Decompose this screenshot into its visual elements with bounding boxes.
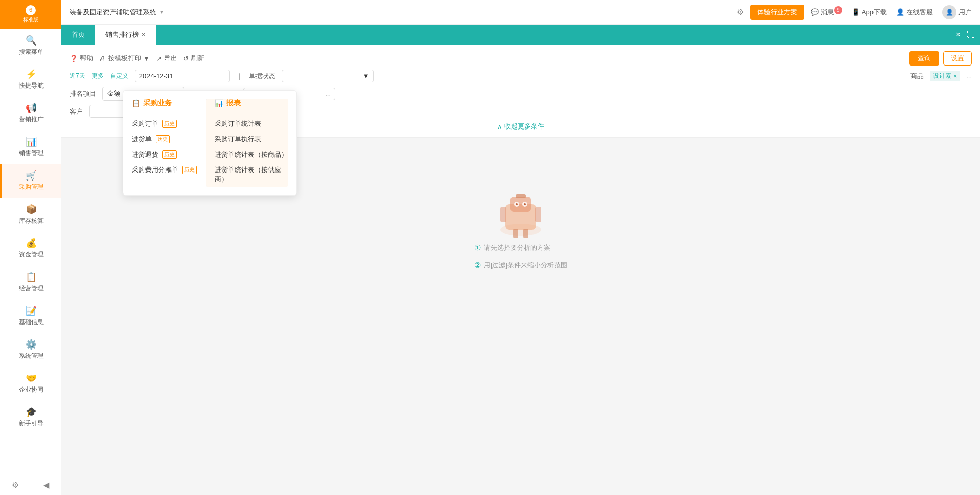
- sidebar-item-guide[interactable]: 🎓 新手引导: [0, 400, 61, 434]
- phone-icon: 📱: [851, 8, 860, 16]
- sidebar-item-sales[interactable]: 📊 销售管理: [0, 130, 61, 164]
- svg-rect-13: [523, 229, 528, 238]
- dropdown-item-expense[interactable]: 采购费用分摊单 历史: [132, 162, 206, 178]
- sidebar-item-quick-nav[interactable]: ⚡ 快捷导航: [0, 62, 61, 96]
- sidebar-item-label-operation: 经营管理: [19, 284, 44, 293]
- system-title: 装备及固定资产辅助管理系统 ▼: [70, 8, 731, 17]
- sidebar-item-coop[interactable]: 🤝 企业协同: [0, 367, 61, 400]
- empty-text: ① 请先选择要分析的方案 ② 用[过滤]条件来缩小分析范围: [474, 240, 567, 273]
- history-badge-return: 历史: [162, 150, 177, 159]
- svg-rect-9: [516, 194, 526, 198]
- sidebar-item-label-inventory: 库存核算: [19, 217, 44, 225]
- logo-icon: 6: [22, 5, 40, 15]
- search-icon: 🔍: [26, 35, 37, 46]
- goods-tag: 设计素 ×: [930, 71, 960, 81]
- sidebar-item-marketing[interactable]: 📢 营销推广: [0, 96, 61, 130]
- filter-toolbar-row: ❓ 帮助 🖨 按模板打印 ▼ ↗ 导出 ↺ 刷新 查询: [70, 51, 972, 70]
- history-badge-purchase-order: 历史: [162, 120, 177, 128]
- sidebar-item-label-system: 系统管理: [19, 352, 44, 360]
- sidebar-item-label-purchase: 采购管理: [19, 183, 44, 191]
- quick-nav-icon: ⚡: [26, 69, 37, 80]
- marketing-icon: 📢: [26, 102, 37, 114]
- sidebar-item-finance[interactable]: 💰 资金管理: [0, 231, 61, 265]
- sidebar-item-search[interactable]: 🔍 搜索菜单: [0, 29, 61, 62]
- salesman-dots: ...: [325, 90, 331, 98]
- tab-home[interactable]: 首页: [61, 25, 95, 45]
- filter-sep: ｜: [236, 72, 243, 81]
- sidebar-item-system[interactable]: ⚙️ 系统管理: [0, 333, 61, 367]
- empty-illustration: [490, 179, 551, 240]
- history-badge-expense: 历史: [182, 166, 197, 174]
- gear-icon[interactable]: ⚙: [737, 7, 744, 17]
- tab-close-icon[interactable]: ×: [142, 31, 145, 38]
- dropdown-item-incoming-by-goods[interactable]: 进货单统计表（按商品）: [215, 147, 289, 162]
- topbar: 装备及固定资产辅助管理系统 ▼ ⚙ 体验行业方案 💬 消息 9 📱 App下载 …: [61, 0, 980, 25]
- guide-icon: 🎓: [26, 406, 37, 418]
- svg-text:6: 6: [29, 7, 32, 13]
- dropdown-item-return[interactable]: 进货退货 历史: [132, 147, 206, 162]
- dropdown-item-incoming-by-supplier[interactable]: 进货单统计表（按供应商）: [215, 162, 289, 187]
- date-preset-label[interactable]: 近7天: [70, 72, 86, 80]
- print-arrow-icon[interactable]: ▼: [143, 55, 150, 62]
- dropdown-item-incoming[interactable]: 进货单 历史: [132, 132, 206, 147]
- bill-status-select[interactable]: ▼: [282, 70, 374, 82]
- sidebar-item-inventory[interactable]: 📦 库存核算: [0, 198, 61, 231]
- setting-button[interactable]: 设置: [943, 51, 972, 66]
- sidebar-item-label-sales: 销售管理: [19, 149, 44, 158]
- sidebar-item-label-finance: 资金管理: [19, 250, 44, 259]
- sidebar-item-purchase[interactable]: 🛒 采购管理: [0, 164, 61, 198]
- hint2-icon: ②: [474, 257, 481, 273]
- dropdown-item-order-exec[interactable]: 采购订单执行表: [215, 132, 289, 147]
- industry-button[interactable]: 体验行业方案: [750, 5, 804, 20]
- app-download-button[interactable]: 📱 App下载: [851, 8, 887, 17]
- message-button[interactable]: 💬 消息 9: [811, 8, 842, 17]
- bill-status-arrow: ▼: [363, 72, 369, 80]
- help-icon: ❓: [70, 55, 78, 62]
- settings-icon[interactable]: ⚙: [12, 480, 19, 490]
- purchase-icon: 🛒: [26, 170, 37, 181]
- sidebar-logo: 6 标准版: [0, 0, 61, 29]
- help-button[interactable]: ❓ 帮助: [70, 54, 93, 63]
- report-header-icon: 📊: [215, 99, 223, 107]
- sidebar-item-label-search: 搜索菜单: [19, 48, 44, 56]
- purchase-dropdown-menu: 📋 采购业务 采购订单 历史 进货单 历史 进货退货 历史 采购费用分摊单: [123, 90, 297, 196]
- sidebar-item-operation[interactable]: 📋 经营管理: [0, 265, 61, 299]
- dropdown-col-report: 📊 报表 采购订单统计表 采购订单执行表 进货单统计表（按商品） 进货单统计表（…: [206, 99, 289, 187]
- dropdown-item-purchase-order[interactable]: 采购订单 历史: [132, 116, 206, 132]
- close-window-icon[interactable]: ×: [956, 30, 961, 39]
- goods-tag-close-icon[interactable]: ×: [953, 73, 957, 80]
- collapse-sidebar-icon[interactable]: ◀: [43, 480, 49, 490]
- dropdown-arrow-icon[interactable]: ▼: [159, 9, 164, 15]
- query-button[interactable]: 查询: [909, 51, 939, 66]
- svg-rect-12: [513, 229, 518, 238]
- topbar-right: 💬 消息 9 📱 App下载 👤 在线客服 👤 用户: [811, 5, 972, 19]
- sidebar-footer: ⚙ ◀: [0, 475, 61, 495]
- message-icon: 💬: [811, 8, 819, 16]
- online-service-button[interactable]: 👤 在线客服: [896, 8, 933, 17]
- export-button[interactable]: ↗ 导出: [156, 54, 177, 63]
- date-custom-link[interactable]: 自定义: [110, 72, 129, 80]
- sidebar-item-basic[interactable]: 📝 基础信息: [0, 299, 61, 333]
- service-icon: 👤: [896, 8, 904, 16]
- tabbar: 首页 销售排行榜 × × ⛶: [61, 25, 980, 45]
- svg-rect-11: [535, 207, 541, 222]
- sidebar-menu: 🔍 搜索菜单 ⚡ 快捷导航 📢 营销推广 📊 销售管理 🛒 采购管理 📦 库存核…: [0, 29, 61, 475]
- refresh-button[interactable]: ↺ 刷新: [183, 54, 204, 63]
- finance-icon: 💰: [26, 238, 37, 249]
- dropdown-item-order-stats[interactable]: 采购订单统计表: [215, 116, 289, 132]
- user-button[interactable]: 👤 用户: [942, 5, 972, 19]
- filter-action-buttons: 查询 设置: [909, 51, 972, 66]
- export-icon: ↗: [156, 55, 162, 62]
- date-end-input[interactable]: [135, 70, 230, 82]
- print-button[interactable]: 🖨 按模板打印 ▼: [99, 54, 150, 63]
- tab-sales-rank[interactable]: 销售排行榜 ×: [95, 25, 156, 45]
- operation-icon: 📋: [26, 271, 37, 283]
- date-more-link[interactable]: 更多: [92, 72, 104, 80]
- history-badge-incoming: 历史: [156, 135, 170, 143]
- goods-more-icon[interactable]: ...: [966, 72, 972, 80]
- rank-item-label: 排名项目: [70, 89, 96, 98]
- message-badge: 9: [834, 6, 842, 14]
- expand-window-icon[interactable]: ⛶: [967, 30, 975, 39]
- sidebar-item-label-coop: 企业协同: [19, 385, 44, 394]
- dropdown-report-header: 📊 报表: [215, 99, 289, 111]
